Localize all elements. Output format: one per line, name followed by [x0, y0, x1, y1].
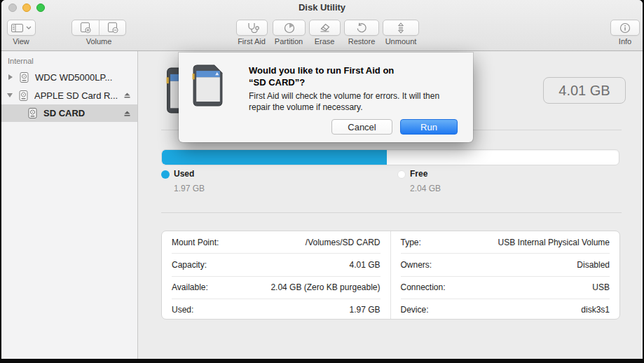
- free-label: Free: [410, 169, 441, 179]
- titlebar[interactable]: Disk Utility: [1, 0, 643, 15]
- detail-label: Mount Point:: [172, 238, 219, 247]
- info-button[interactable]: [610, 20, 640, 36]
- info-icon: [619, 22, 631, 34]
- first-aid-button[interactable]: [236, 20, 268, 36]
- view-button[interactable]: [7, 20, 36, 36]
- detail-value: Disabled: [577, 260, 610, 270]
- legend-free: Free 2.04 GB: [397, 169, 441, 193]
- volume-group: [71, 20, 126, 36]
- detail-value: 4.01 GB: [349, 260, 380, 270]
- disclosure-expanded-icon[interactable]: [7, 93, 13, 97]
- detail-value: USB: [592, 282, 610, 292]
- dialog-body: First Aid will check the volume for erro…: [249, 91, 463, 113]
- sidebar-item-apple-sd-reader[interactable]: APPLE SD Card R...: [1, 86, 137, 104]
- table-row: Type: USB Internal Physical Volume: [401, 231, 610, 254]
- window-title: Disk Utility: [1, 2, 643, 13]
- erase-label: Erase: [315, 37, 335, 46]
- chevron-down-icon: [26, 26, 32, 29]
- table-row: Owners: Disabled: [401, 254, 610, 276]
- table-row: Capacity: 4.01 GB: [172, 254, 381, 276]
- unmount-label: Unmount: [385, 37, 417, 46]
- sidebar-item-label: APPLE SD Card R...: [34, 90, 118, 101]
- add-volume-button[interactable]: [72, 20, 99, 35]
- used-dot-icon: [161, 170, 170, 179]
- unmount-icon: [396, 22, 406, 34]
- eject-icon[interactable]: [123, 91, 132, 100]
- sidebar-item-label: WDC WD5000LP...: [35, 72, 112, 83]
- first-aid-icon: [245, 22, 259, 34]
- table-row: Available: 2.04 GB (Zero KB purgeable): [172, 277, 381, 299]
- detail-label: Device:: [401, 305, 429, 315]
- unmount-button[interactable]: [383, 20, 419, 36]
- window-chrome: Disk Utility View: [1, 0, 643, 51]
- disk-minus-icon: [106, 22, 119, 34]
- table-row: Used: 1.97 GB: [172, 299, 381, 321]
- detail-value: 1.97 GB: [349, 305, 380, 315]
- sidebar: Internal WDC WD5000LP...: [1, 51, 138, 359]
- restore-icon: [356, 22, 367, 34]
- disk-utility-window: Disk Utility View: [1, 0, 643, 359]
- disclosure-collapsed-icon[interactable]: [8, 74, 13, 80]
- disk-plus-icon: [78, 22, 92, 34]
- table-row: Mount Point: /Volumes/SD CARD: [172, 231, 381, 254]
- table-row: Connection: USB: [401, 277, 610, 299]
- usage-bar: [161, 149, 619, 165]
- detail-label: Type:: [401, 238, 421, 247]
- table-row: Device: disk3s1: [401, 299, 610, 321]
- partition-button[interactable]: [273, 20, 306, 36]
- volume-size-badge: 4.01 GB: [543, 77, 626, 104]
- details-left-column: Mount Point: /Volumes/SD CARD Capacity: …: [162, 231, 391, 319]
- sd-card-icon: [191, 64, 226, 108]
- free-dot-icon: [397, 170, 406, 179]
- free-value: 2.04 GB: [410, 184, 441, 193]
- detail-value: /Volumes/SD CARD: [306, 238, 381, 247]
- view-label: View: [13, 37, 29, 46]
- sidebar-layout-icon: [11, 24, 23, 32]
- volume-label: Volume: [86, 37, 112, 46]
- first-aid-label: First Aid: [238, 37, 266, 46]
- run-button[interactable]: Run: [400, 119, 458, 135]
- detail-value: 2.04 GB (Zero KB purgeable): [270, 282, 380, 292]
- sidebar-section-internal: Internal: [8, 57, 34, 65]
- detail-value: USB Internal Physical Volume: [498, 238, 610, 247]
- legend-used: Used 1.97 GB: [161, 169, 205, 193]
- partition-icon: [284, 22, 295, 34]
- disk-icon: [18, 71, 30, 83]
- disk-icon: [27, 107, 39, 119]
- erase-icon: [319, 22, 331, 33]
- cancel-button[interactable]: Cancel: [331, 119, 392, 135]
- usage-bar-used: [162, 150, 387, 165]
- used-value: 1.97 GB: [174, 184, 205, 193]
- eject-icon[interactable]: [123, 109, 132, 118]
- detail-value: disk3s1: [581, 305, 610, 315]
- dialog-title: Would you like to run First Aid on “SD C…: [249, 64, 459, 88]
- details-right-column: Type: USB Internal Physical Volume Owner…: [391, 231, 620, 319]
- erase-button[interactable]: [309, 20, 341, 36]
- sidebar-item-sd-card[interactable]: SD CARD: [1, 104, 137, 122]
- sidebar-item-label: SD CARD: [43, 108, 85, 118]
- sidebar-item-wdc[interactable]: WDC WD5000LP...: [1, 68, 137, 86]
- info-label: Info: [619, 37, 631, 46]
- restore-label: Restore: [348, 37, 376, 46]
- partition-label: Partition: [275, 37, 303, 46]
- restore-button[interactable]: [344, 20, 379, 36]
- detail-label: Connection:: [401, 282, 446, 292]
- first-aid-dialog: Would you like to run First Aid on “SD C…: [179, 53, 473, 142]
- remove-volume-button[interactable]: [100, 20, 126, 35]
- used-label: Used: [174, 169, 205, 179]
- detail-label: Available:: [172, 282, 208, 292]
- details-table: Mount Point: /Volumes/SD CARD Capacity: …: [161, 231, 620, 320]
- disk-icon: [18, 90, 29, 102]
- detail-label: Capacity:: [172, 260, 207, 270]
- detail-label: Used:: [172, 305, 193, 315]
- detail-label: Owners:: [401, 260, 432, 270]
- section-divider: [161, 212, 622, 213]
